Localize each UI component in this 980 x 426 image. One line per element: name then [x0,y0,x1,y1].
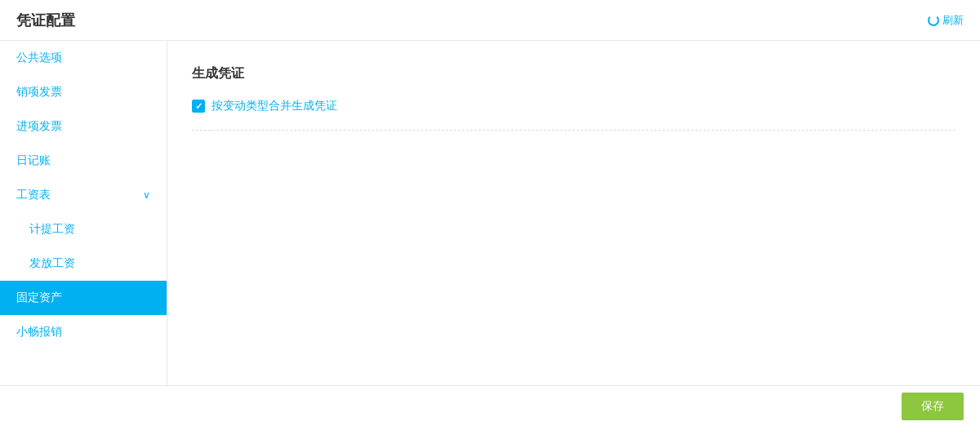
sidebar-item-sales-invoice[interactable]: 销项发票 [0,75,167,109]
sidebar-item-label: 销项发票 [16,85,62,100]
merge-checkbox[interactable] [192,100,205,113]
sidebar-item-payroll-distribution[interactable]: 发放工资 [0,246,167,281]
checkbox-row[interactable]: 按变动类型合并生成凭证 [192,99,956,113]
sidebar-item-label: 固定资产 [16,291,62,305]
sidebar-item-fixed-assets[interactable]: 固定资产 [0,281,167,315]
save-button[interactable]: 保存 [902,393,964,420]
content-area: 生成凭证 按变动类型合并生成凭证 [167,41,980,385]
chevron-down-icon: ∨ [143,189,150,201]
sidebar-item-label: 小畅报销 [16,325,62,339]
page-wrapper: 凭证配置 刷新 公共选项销项发票进项发票日记账工资表∨计提工资发放工资固定资产小… [0,0,980,426]
sidebar-item-label: 发放工资 [29,256,75,271]
sidebar-item-label: 公共选项 [16,51,62,65]
sidebar: 公共选项销项发票进项发票日记账工资表∨计提工资发放工资固定资产小畅报销 [0,41,167,385]
sidebar-item-payroll-accrual[interactable]: 计提工资 [0,212,167,246]
main-area: 公共选项销项发票进项发票日记账工资表∨计提工资发放工资固定资产小畅报销 生成凭证… [0,41,980,385]
sidebar-item-label: 日记账 [16,153,51,168]
sidebar-item-label: 进项发票 [16,119,62,134]
checkbox-label: 按变动类型合并生成凭证 [212,99,337,113]
header: 凭证配置 刷新 [0,0,980,41]
sidebar-item-label: 工资表 [16,188,51,202]
sidebar-item-journal[interactable]: 日记账 [0,144,167,178]
sidebar-item-purchase-invoice[interactable]: 进项发票 [0,109,167,144]
divider [192,130,956,131]
sidebar-item-public[interactable]: 公共选项 [0,41,167,75]
refresh-button[interactable]: 刷新 [928,13,964,28]
page-title: 凭证配置 [16,11,75,30]
section-title: 生成凭证 [192,65,956,82]
sidebar-item-expense[interactable]: 小畅报销 [0,315,167,349]
refresh-icon [928,15,939,26]
footer: 保存 [0,385,980,426]
sidebar-item-payroll[interactable]: 工资表∨ [0,178,167,212]
sidebar-item-label: 计提工资 [29,222,75,237]
refresh-label: 刷新 [942,13,964,28]
